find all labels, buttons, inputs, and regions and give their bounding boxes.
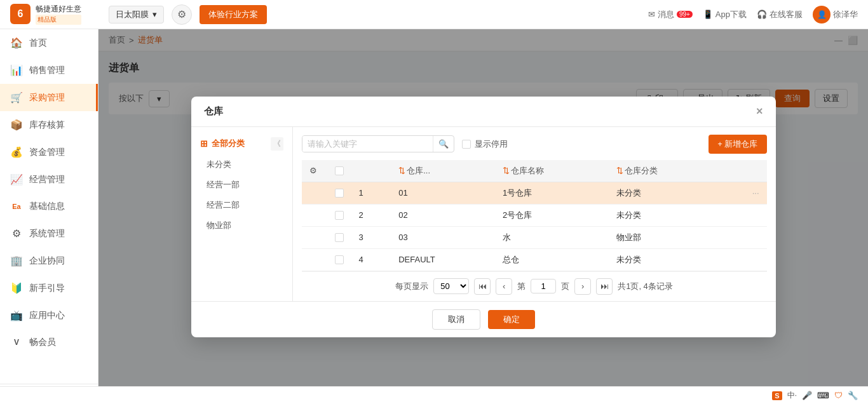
category-item-property[interactable]: 物业部 (191, 215, 292, 236)
warehouse-dialog: 仓库 × ⊞ 全部分类 《 未分类 (191, 97, 776, 337)
headset-icon: 🎧 (757, 10, 767, 19)
sidebar-item-basic-info[interactable]: Ea 基础信息 (0, 193, 98, 220)
td-settings-1 (302, 182, 327, 204)
table-header: ⚙ ⇅仓库... (302, 160, 767, 182)
td-checkbox-1[interactable] (327, 182, 351, 204)
td-category-3: 物业部 (609, 226, 722, 248)
sidebar-item-enterprise[interactable]: 🏢 企业协同 (0, 247, 98, 274)
operations-icon: 📈 (10, 173, 23, 185)
dialog-close-button[interactable]: × (756, 105, 763, 117)
page-label: 第 (517, 281, 526, 292)
settings-gear-button[interactable]: ⚙ (172, 4, 192, 25)
sidebar-item-home[interactable]: 🏠 首页 (0, 29, 98, 57)
cancel-button[interactable]: 取消 (432, 309, 480, 330)
sidebar-item-operations[interactable]: 📈 经营管理 (0, 166, 98, 193)
trial-button[interactable]: 体验行业方案 (200, 5, 267, 24)
header-right: ✉ 消息 99+ 📱 App下载 🎧 在线客服 👤 徐泽华 (648, 6, 858, 24)
app-icon: 📱 (703, 10, 713, 19)
show-disabled-checkbox[interactable] (462, 140, 471, 149)
td-index-3: 3 (351, 226, 391, 248)
total-records-label: 共1页, 4条记录 (618, 281, 673, 292)
sort-icon-category: ⇅ (616, 166, 623, 175)
row-checkbox-3[interactable] (335, 233, 344, 242)
store-selector[interactable]: 日太阳膜 ▾ (109, 6, 164, 24)
td-more-1[interactable]: ··· (722, 182, 766, 204)
td-index-1: 1 (351, 182, 391, 204)
app-download-item[interactable]: 📱 App下载 (703, 9, 747, 20)
dialog-overlay: 仓库 × ⊞ 全部分类 《 未分类 (98, 29, 868, 404)
s-logo: S (772, 391, 782, 400)
td-more-2 (722, 204, 766, 226)
th-index (351, 160, 391, 182)
sidebar-item-apps[interactable]: 📺 应用中心 (0, 302, 98, 329)
sidebar-item-membership[interactable]: V 畅会员 (0, 329, 98, 356)
last-page-button[interactable]: ⏭ (596, 278, 613, 295)
user-profile-item[interactable]: 👤 徐泽华 (813, 6, 858, 24)
table-row[interactable]: 3 03 水 物业部 (302, 226, 767, 248)
logo-main-text: 畅捷通好生意 (36, 4, 81, 15)
td-name-2: 2号仓库 (495, 204, 609, 226)
table-row[interactable]: 1 01 1号仓库 未分类 ··· (302, 182, 767, 204)
collapse-button[interactable]: 《 (271, 137, 283, 151)
shield-icon[interactable]: 🛡 (834, 391, 843, 400)
prev-page-button[interactable]: ‹ (496, 278, 512, 295)
td-checkbox-2[interactable] (327, 204, 351, 226)
membership-icon: V (10, 338, 23, 347)
row-checkbox-1[interactable] (335, 189, 344, 198)
category-item-ops2[interactable]: 经营二部 (191, 195, 292, 215)
sort-icon-name: ⇅ (503, 166, 510, 175)
online-service-item[interactable]: 🎧 在线客服 (757, 9, 803, 20)
sidebar-label-sales: 销售管理 (29, 65, 65, 76)
tools-icon[interactable]: 🔧 (848, 391, 858, 400)
main-area: 首页 > 进货单 — ⬜ 进货单 按以下 ▾ 🖨 印 ▾ ↑ 导出 ↻ 刷 (98, 29, 868, 404)
next-page-button[interactable]: › (574, 278, 591, 295)
show-disabled-toggle[interactable]: 显示停用 (462, 138, 508, 150)
keyboard-icon[interactable]: ⌨ (817, 391, 829, 400)
search-icon[interactable]: 🔍 (433, 136, 454, 152)
sidebar-item-inventory[interactable]: 📦 库存核算 (0, 111, 98, 138)
message-label: 消息 (658, 9, 674, 20)
td-settings-2 (302, 204, 327, 226)
mic-icon[interactable]: 🎤 (802, 391, 812, 400)
page-number-input[interactable] (531, 279, 556, 293)
category-item-unclassified[interactable]: 未分类 (191, 154, 292, 175)
td-checkbox-4[interactable] (327, 248, 351, 271)
search-input-wrap: 🔍 (302, 135, 454, 152)
first-page-button[interactable]: ⏮ (474, 278, 491, 295)
all-category-title[interactable]: ⊞ 全部分类 (200, 138, 245, 149)
th-name: ⇅仓库名称 (495, 160, 609, 182)
sidebar-label-home: 首页 (29, 37, 47, 49)
grid-icon: ⊞ (200, 138, 208, 149)
category-item-ops1[interactable]: 经营一部 (191, 175, 292, 195)
td-more-4 (722, 248, 766, 271)
row-checkbox-2[interactable] (335, 211, 344, 220)
logo-text-area: 畅捷通好生意 精品版 (36, 4, 81, 25)
inventory-icon: 📦 (10, 119, 23, 131)
sidebar-item-finance[interactable]: 💰 资金管理 (0, 138, 98, 166)
confirm-button[interactable]: 确定 (488, 310, 535, 329)
all-category-label: 全部分类 (212, 138, 245, 149)
sidebar-item-guide[interactable]: 🔰 新手引导 (0, 274, 98, 302)
table-wrap: ⚙ ⇅仓库... (302, 160, 767, 271)
basic-info-icon: Ea (10, 203, 23, 210)
td-settings-4 (302, 248, 327, 271)
per-page-select[interactable]: 50 20 100 (433, 278, 469, 294)
search-input[interactable] (302, 136, 433, 152)
sidebar-item-sales[interactable]: 📊 销售管理 (0, 57, 98, 84)
td-name-4: 总仓 (495, 248, 609, 271)
sidebar-item-system[interactable]: ⚙ 系统管理 (0, 220, 98, 247)
row-checkbox-4[interactable] (335, 255, 344, 264)
table-row[interactable]: 4 DEFAULT 总仓 未分类 (302, 248, 767, 271)
system-icon: ⚙ (10, 227, 23, 239)
table-row[interactable]: 2 02 2号仓库 未分类 (302, 204, 767, 226)
td-checkbox-3[interactable] (327, 226, 351, 248)
enterprise-icon: 🏢 (10, 255, 23, 267)
notification-item[interactable]: ✉ 消息 99+ (648, 9, 693, 20)
table-body: 1 01 1号仓库 未分类 ··· (302, 182, 767, 271)
header-checkbox[interactable] (335, 166, 344, 175)
sidebar-label-enterprise: 企业协同 (29, 255, 65, 267)
sidebar-item-purchase[interactable]: 🛒 采购管理 (0, 84, 98, 111)
dialog-footer: 取消 确定 (191, 301, 776, 337)
new-warehouse-button[interactable]: + 新增仓库 (709, 135, 766, 154)
finance-icon: 💰 (10, 146, 23, 158)
